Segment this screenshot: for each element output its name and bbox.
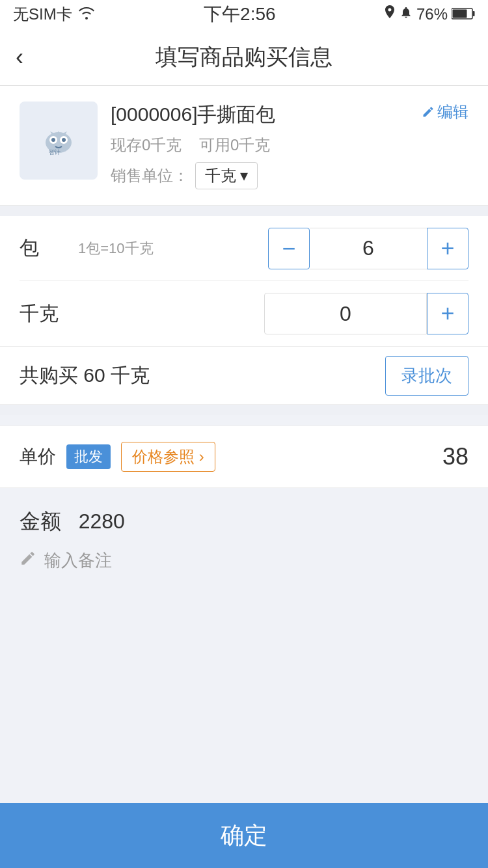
product-name: [0000006]手撕面包: [111, 102, 409, 128]
package-stepper: − +: [268, 228, 468, 269]
battery-label: 76%: [416, 5, 448, 23]
confirm-button[interactable]: 确定: [0, 803, 488, 868]
product-thumbnail: 智计: [20, 102, 98, 180]
price-tag: 批发: [66, 444, 111, 469]
product-unit: 销售单位： 千克 ▾: [111, 162, 409, 189]
kg-stepper: +: [264, 293, 468, 334]
page-title: 填写商品购买信息: [156, 42, 332, 72]
wifi-icon: [77, 5, 96, 23]
batch-button[interactable]: 录批次: [385, 356, 468, 396]
note-placeholder: 输入备注: [44, 549, 112, 572]
svg-point-7: [62, 138, 66, 142]
unit-selector[interactable]: 千克 ▾: [195, 162, 258, 189]
kg-input[interactable]: [264, 293, 427, 334]
status-right: 76%: [384, 5, 475, 23]
svg-rect-2: [453, 10, 467, 18]
status-bar: 无SIM卡 下午2:56 76%: [0, 0, 488, 29]
empty-area: [0, 585, 488, 780]
note-icon: [20, 550, 36, 571]
input-section: 包 1包=10千克 − + 千克 +: [0, 216, 488, 346]
nav-bar: ‹ 填写商品购买信息: [0, 29, 488, 86]
package-minus-button[interactable]: −: [268, 228, 310, 269]
amount-section: 金额 2280 输入备注: [0, 488, 488, 585]
svg-point-6: [51, 138, 55, 142]
product-info: [0000006]手撕面包 现存0千克 可用0千克 销售单位： 千克 ▾: [111, 102, 409, 189]
note-row[interactable]: 输入备注: [20, 549, 468, 572]
summary-text: 共购买 60 千克: [20, 362, 385, 389]
amount-value: 2280: [79, 509, 125, 533]
battery-icon: [452, 5, 475, 23]
back-button[interactable]: ‹: [16, 44, 23, 71]
product-card: 智计 [0000006]手撕面包 现存0千克 可用0千克 销售单位： 千克 ▾ …: [0, 86, 488, 206]
svg-text:智计: 智计: [49, 149, 61, 156]
edit-button[interactable]: 编辑: [422, 102, 468, 122]
alarm-icon: [400, 5, 413, 23]
kg-label: 千克: [20, 301, 72, 327]
carrier-label: 无SIM卡: [13, 4, 72, 25]
product-stock: 现存0千克 可用0千克: [111, 135, 409, 156]
kg-row: 千克 +: [20, 281, 468, 346]
package-label: 包: [20, 235, 72, 262]
amount-label: 金额: [20, 509, 61, 533]
status-left: 无SIM卡: [13, 4, 96, 25]
package-sublabel: 1包=10千克: [78, 239, 268, 258]
status-time: 下午2:56: [204, 2, 276, 27]
package-row: 包 1包=10千克 − +: [20, 216, 468, 281]
price-section: 单价 批发 价格参照 › 38: [0, 426, 488, 488]
package-plus-button[interactable]: +: [427, 228, 468, 269]
divider-1: [0, 206, 488, 216]
price-label: 单价: [20, 444, 56, 469]
edit-label: 编辑: [437, 102, 468, 122]
package-input[interactable]: [310, 228, 427, 269]
dropdown-icon: ▾: [240, 167, 248, 185]
summary-section: 共购买 60 千克 录批次: [0, 346, 488, 405]
price-row: 单价 批发 价格参照 › 38: [20, 442, 468, 472]
kg-plus-button[interactable]: +: [427, 293, 468, 334]
divider-2: [0, 405, 488, 415]
svg-rect-1: [473, 11, 475, 16]
amount-row: 金额 2280: [20, 508, 468, 536]
location-icon: [384, 5, 396, 23]
price-ref-button[interactable]: 价格参照 ›: [121, 442, 215, 472]
price-value: 38: [442, 443, 468, 470]
